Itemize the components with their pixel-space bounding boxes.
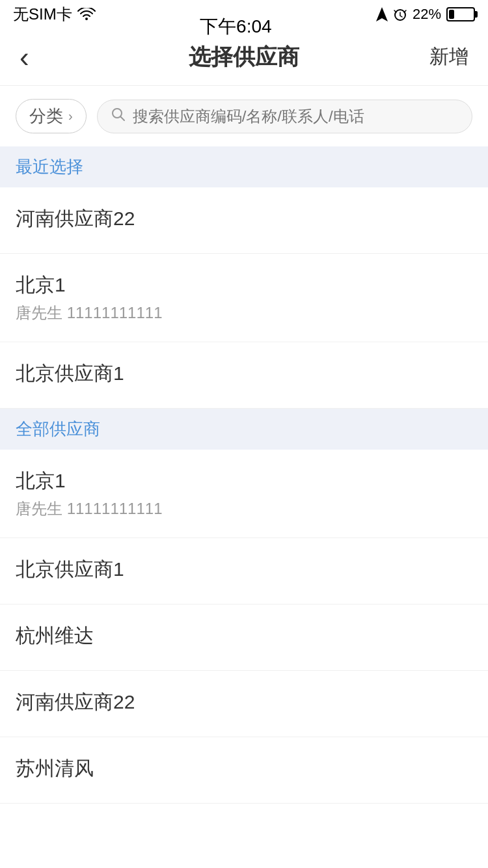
item-name: 河南供应商22 — [16, 689, 472, 716]
location-icon — [376, 7, 388, 21]
item-name: 杭州维达 — [16, 623, 472, 649]
item-name: 河南供应商22 — [16, 206, 472, 232]
all-list-item[interactable]: 苏州清风 — [0, 737, 488, 804]
search-input[interactable] — [133, 107, 459, 126]
battery-percentage: 22% — [413, 6, 441, 23]
item-name: 北京1 — [16, 272, 472, 299]
battery-icon — [446, 7, 475, 21]
item-name: 北京1 — [16, 468, 472, 495]
item-name: 苏州清风 — [16, 755, 472, 782]
all-items-list: 北京1唐先生 11111111111北京供应商1杭州维达河南供应商22苏州清风 — [0, 450, 488, 804]
svg-point-0 — [85, 18, 88, 20]
recent-list-item[interactable]: 北京供应商1 — [0, 342, 488, 409]
all-list-item[interactable]: 河南供应商22 — [0, 671, 488, 737]
add-button[interactable]: 新增 — [429, 44, 468, 70]
all-list-item[interactable]: 杭州维达 — [0, 604, 488, 671]
category-label: 分类 — [29, 105, 63, 128]
all-list-item[interactable]: 北京供应商1 — [0, 538, 488, 604]
status-left: 无SIM卡 — [13, 4, 96, 25]
status-right: 22% — [376, 6, 475, 23]
alarm-icon — [393, 7, 407, 21]
carrier-label: 无SIM卡 — [13, 4, 72, 25]
recent-list-item[interactable]: 河南供应商22 — [0, 187, 488, 254]
item-name: 北京供应商1 — [16, 556, 472, 583]
chevron-right-icon: › — [68, 109, 73, 124]
item-contact: 唐先生 11111111111 — [16, 303, 472, 323]
status-time: 下午6:04 — [200, 14, 272, 39]
all-list-item[interactable]: 北京1唐先生 11111111111 — [0, 450, 488, 538]
item-contact: 唐先生 11111111111 — [16, 498, 472, 519]
back-button[interactable]: ‹ — [20, 41, 59, 74]
recent-section-header: 最近选择 — [0, 146, 488, 187]
all-section-header: 全部供应商 — [0, 409, 488, 450]
recent-items-list: 河南供应商22北京1唐先生 11111111111北京供应商1 — [0, 187, 488, 409]
search-box[interactable] — [97, 100, 472, 133]
item-name: 北京供应商1 — [16, 360, 472, 387]
category-button[interactable]: 分类 › — [16, 99, 87, 133]
recent-list-item[interactable]: 北京1唐先生 11111111111 — [0, 254, 488, 342]
filter-bar: 分类 › — [0, 86, 488, 146]
wifi-icon — [77, 8, 96, 21]
search-icon — [111, 107, 126, 126]
page-title: 选择供应商 — [189, 42, 299, 72]
status-bar: 无SIM卡 下午6:04 22% — [0, 0, 488, 29]
